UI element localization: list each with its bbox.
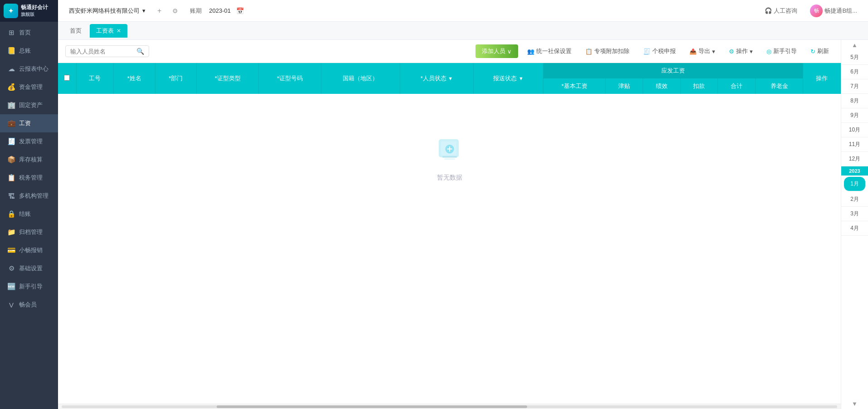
operations-button[interactable]: ⚙ 操作 ▾ [724, 45, 757, 58]
search-input[interactable] [70, 48, 134, 55]
th-base-salary: *基本工资 [543, 78, 606, 94]
sidebar-item-label: 新手引导 [19, 282, 43, 291]
month-item[interactable]: 9月 [841, 108, 868, 123]
sidebar-item-home[interactable]: ⊞ 首页 [0, 24, 58, 42]
th-dept: *部门 [155, 63, 197, 94]
scrollbar-area[interactable] [58, 404, 841, 409]
tab-salary[interactable]: 工资表 ✕ [90, 24, 127, 38]
month-item[interactable]: 7月 [841, 79, 868, 94]
th-checkbox[interactable] [58, 63, 76, 94]
sidebar-item-label: 资金管理 [19, 83, 43, 91]
month-item[interactable]: 2月 [841, 192, 868, 207]
tab-label: 工资表 [96, 27, 114, 35]
sidebar-item-invoice[interactable]: 🧾 发票管理 [0, 132, 58, 151]
month-item[interactable]: 3月 [841, 207, 868, 221]
scrollbar-thumb[interactable] [217, 405, 527, 408]
sidebar-item-fund[interactable]: 💰 资金管理 [0, 78, 58, 96]
tab-home[interactable]: 首页 [63, 24, 88, 38]
tax-icon: 🧾 [643, 48, 650, 55]
add-person-button[interactable]: 添加人员 ∨ [475, 44, 518, 58]
sidebar-item-basic-settings[interactable]: ⚙ 基础设置 [0, 259, 58, 278]
sidebar-item-tax[interactable]: 📋 税务管理 [0, 169, 58, 187]
month-item[interactable]: 12月 [841, 152, 868, 166]
company-selector[interactable]: 西安虾米网络科技有限公司 ▾ [65, 5, 149, 17]
deductions-button[interactable]: 📋 专项附加扣除 [581, 45, 634, 58]
operations-icon: ⚙ [729, 48, 734, 55]
month-nav-up[interactable]: ▲ [841, 40, 868, 50]
sidebar-item-label: 工资 [19, 119, 31, 127]
sidebar: ✦ 畅通好会计 旗舰版 ⊞ 首页 📒 总账 ☁ 云报表中心 💰 资金管理 🏢 固… [0, 0, 58, 409]
report-filter-icon[interactable]: ▼ [519, 76, 524, 81]
salary-icon: 💼 [7, 119, 15, 127]
refresh-label: 刷新 [817, 47, 829, 55]
sidebar-item-cloud-report[interactable]: ☁ 云报表中心 [0, 60, 58, 78]
month-item[interactable]: 8月 [841, 94, 868, 108]
month-item-active[interactable]: 1月 [844, 177, 865, 191]
guide-button[interactable]: ◎ 新手引导 [762, 45, 801, 58]
month-item[interactable]: 4月 [841, 221, 868, 236]
sidebar-item-closing[interactable]: 🔒 结账 [0, 205, 58, 223]
sidebar-item-guide[interactable]: 🆕 新手引导 [0, 278, 58, 296]
support-button[interactable]: 🎧 人工咨询 [761, 5, 801, 17]
scrollbar-track[interactable] [62, 405, 837, 408]
select-all-checkbox[interactable] [64, 75, 70, 81]
th-deduction: 扣款 [680, 78, 718, 94]
tab-label: 首页 [70, 27, 82, 35]
month-item[interactable]: 11月 [841, 137, 868, 152]
inventory-icon: 📦 [7, 156, 15, 164]
th-total: 合计 [718, 78, 756, 94]
sidebar-item-multi-org[interactable]: 🏗 多机构管理 [0, 187, 58, 205]
settings-icon: ⚙ [7, 264, 15, 273]
app-version: 旗舰版 [21, 11, 48, 18]
empty-state: 暂无数据 [58, 94, 841, 218]
guide-label: 新手引导 [773, 47, 797, 55]
month-nav-down[interactable]: ▼ [841, 399, 868, 409]
svg-rect-6 [444, 158, 455, 159]
th-salary-group: 应发工资 [543, 63, 803, 78]
refresh-icon: ↻ [810, 48, 815, 55]
export-button[interactable]: 📤 导出 ▾ [685, 45, 720, 58]
settings-button[interactable]: ⚙ [170, 6, 181, 15]
card-icon: 💳 [7, 246, 15, 254]
guide-icon: 🆕 [7, 282, 15, 291]
th-allowance: 津贴 [606, 78, 643, 94]
add-company-button[interactable]: + [155, 6, 164, 16]
th-actions: 操作 [803, 63, 841, 94]
table-wrap: 工号 *姓名 *部门 *证型类型 *证型号码 国籍（地区） *人员状态 ▼ [58, 63, 841, 404]
empty-text: 暂无数据 [437, 174, 462, 182]
sidebar-item-expense[interactable]: 💳 小畅报销 [0, 241, 58, 259]
headset-icon: 🎧 [765, 7, 772, 14]
sidebar-item-salary[interactable]: 💼 工资 [0, 114, 58, 132]
social-security-icon: 👥 [527, 48, 534, 55]
th-status: *人员状态 ▼ [400, 63, 474, 94]
dropdown-icon: ▾ [142, 7, 145, 14]
tax-button[interactable]: 🧾 个税申报 [639, 45, 680, 58]
sidebar-item-label: 首页 [19, 29, 31, 37]
sidebar-item-label: 基础设置 [19, 264, 43, 273]
tab-close-icon[interactable]: ✕ [116, 28, 121, 34]
month-item[interactable]: 5月 [841, 50, 868, 65]
period-value[interactable]: 2023-01 [209, 7, 231, 14]
sidebar-item-label: 归档管理 [19, 228, 43, 236]
calendar-icon[interactable]: 📅 [236, 7, 244, 15]
tax-icon: 📋 [7, 174, 15, 182]
cloud-icon: ☁ [7, 65, 15, 73]
sidebar-item-ledger[interactable]: 📒 总账 [0, 42, 58, 60]
user-info[interactable]: 畅 畅捷通B组... [806, 3, 861, 19]
search-wrap: 🔍 [65, 45, 149, 57]
add-person-dropdown-icon: ∨ [507, 48, 512, 55]
company-name: 西安虾米网络科技有限公司 [69, 7, 140, 15]
social-security-button[interactable]: 👥 统一社保设置 [523, 45, 576, 58]
sidebar-item-member[interactable]: V 畅会员 [0, 296, 58, 314]
archive-icon: 📁 [7, 228, 15, 236]
sidebar-item-inventory[interactable]: 📦 库存核算 [0, 151, 58, 169]
sidebar-item-fixed-assets[interactable]: 🏢 固定资产 [0, 96, 58, 114]
month-item[interactable]: 10月 [841, 123, 868, 137]
month-list: 5月 6月 7月 8月 9月 10月 11月 12月 2023 1月 2月 3月… [841, 50, 868, 399]
refresh-button[interactable]: ↻ 刷新 [806, 45, 834, 58]
search-icon: 🔍 [136, 48, 144, 55]
status-filter-icon[interactable]: ▼ [448, 76, 453, 81]
month-item[interactable]: 6月 [841, 65, 868, 79]
sidebar-nav: ⊞ 首页 📒 总账 ☁ 云报表中心 💰 资金管理 🏢 固定资产 💼 工资 🧾 发… [0, 22, 58, 409]
sidebar-item-archive[interactable]: 📁 归档管理 [0, 223, 58, 241]
